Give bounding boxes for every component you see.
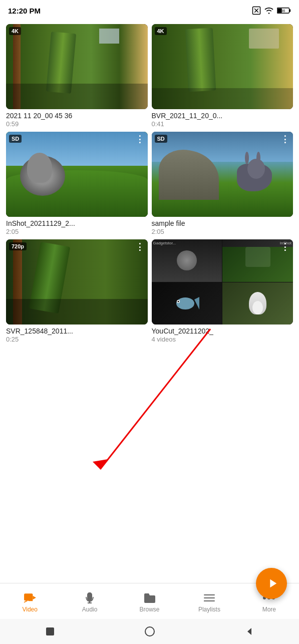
nav-playlists[interactable]: Playlists xyxy=(179,591,239,613)
svg-line-11 xyxy=(100,329,210,469)
video-grid: 4K 2021 11 20_00 45 36 0:59 4K BVR_2021_… xyxy=(0,20,299,347)
play-icon xyxy=(265,576,279,590)
video-thumb-2[interactable]: 4K xyxy=(152,24,293,109)
more-dots-5[interactable]: ⋮ xyxy=(135,242,145,251)
play-fab[interactable] xyxy=(256,568,287,599)
x-icon xyxy=(252,6,261,15)
nav-label-browse: Browse xyxy=(140,606,160,613)
svg-rect-26 xyxy=(46,627,54,635)
video-item-3[interactable]: SD ⋮ InShot_20211129_2... 2:05 xyxy=(6,132,148,235)
video-title-6: YouCut_20211202_ xyxy=(152,327,293,335)
system-bar xyxy=(0,619,299,644)
more-dots-6[interactable]: ⋮ xyxy=(280,242,290,251)
status-icons: 36 xyxy=(252,6,291,15)
video-duration-6: 4 videos xyxy=(152,336,293,343)
svg-rect-13 xyxy=(24,593,33,600)
nav-label-audio: Audio xyxy=(82,606,98,613)
bottom-nav: Video Audio Browse xyxy=(0,583,299,619)
video-thumb-3[interactable]: SD ⋮ xyxy=(6,132,148,217)
status-bar: 12:20 PM 36 xyxy=(0,0,299,20)
video-title-2: BVR_2021_11_20_0... xyxy=(152,112,293,120)
nav-browse[interactable]: Browse xyxy=(120,591,179,613)
video-item-2[interactable]: 4K BVR_2021_11_20_0... 0:41 xyxy=(152,24,293,128)
video-thumb-5[interactable]: 720p ⋮ xyxy=(6,239,148,325)
video-thumb-6[interactable]: Gadgetstor... InShot xyxy=(152,239,293,325)
browse-nav-icon xyxy=(143,591,156,604)
badge-sd-1: SD xyxy=(9,135,22,143)
badge-720p: 720p xyxy=(9,242,27,250)
nav-label-more: More xyxy=(262,606,276,613)
svg-marker-8 xyxy=(194,297,199,309)
nav-audio[interactable]: Audio xyxy=(60,591,119,613)
svg-point-10 xyxy=(177,301,179,302)
more-dots-3[interactable]: ⋮ xyxy=(135,135,145,144)
svg-marker-12 xyxy=(93,459,108,469)
nav-video[interactable]: Video xyxy=(0,591,60,613)
video-title-3: InShot_20211129_2... xyxy=(6,219,148,227)
audio-nav-icon xyxy=(83,591,96,604)
video-duration-2: 0:41 xyxy=(152,120,293,128)
playlists-nav-icon xyxy=(203,591,216,604)
badge-4k-1: 4K xyxy=(9,27,21,35)
collage-cell-1: Gadgetstor... xyxy=(152,239,222,282)
svg-marker-28 xyxy=(247,628,251,635)
video-duration-5: 0:25 xyxy=(6,336,148,343)
badge-sd-2: SD xyxy=(155,135,167,143)
battery-icon: 36 xyxy=(277,7,291,15)
nav-label-video: Video xyxy=(22,606,37,613)
video-item-5[interactable]: 720p ⋮ SVR_125848_2011... 0:25 xyxy=(6,239,148,343)
svg-point-7 xyxy=(176,297,194,309)
collage-cell-3 xyxy=(152,282,222,325)
status-time: 12:20 PM xyxy=(8,7,41,15)
svg-line-15 xyxy=(24,600,28,602)
video-duration-4: 2:05 xyxy=(152,228,293,235)
collage-cell-4 xyxy=(222,282,293,325)
video-thumb-1[interactable]: 4K xyxy=(6,24,148,109)
svg-marker-14 xyxy=(33,596,36,600)
sys-back-btn[interactable] xyxy=(242,624,256,638)
video-thumb-4[interactable]: SD ⋮ xyxy=(152,132,293,217)
nav-label-playlists: Playlists xyxy=(198,606,220,613)
video-item-6[interactable]: Gadgetstor... InShot xyxy=(152,239,293,343)
sys-stop-btn[interactable] xyxy=(43,624,57,638)
svg-text:36: 36 xyxy=(281,9,285,13)
video-title-1: 2021 11 20_00 45 36 xyxy=(6,112,148,120)
video-grid-wrapper: 4K 2021 11 20_00 45 36 0:59 4K BVR_2021_… xyxy=(0,20,299,583)
video-nav-icon xyxy=(24,591,37,604)
video-item-4[interactable]: SD ⋮ sample file 2:05 xyxy=(152,132,293,235)
wifi-icon xyxy=(264,7,274,15)
video-title-4: sample file xyxy=(152,219,293,227)
svg-point-27 xyxy=(145,627,154,636)
video-title-5: SVR_125848_2011... xyxy=(6,327,148,335)
sys-home-btn[interactable] xyxy=(143,624,157,638)
svg-rect-4 xyxy=(289,9,291,12)
video-duration-1: 0:59 xyxy=(6,120,148,128)
badge-4k-2: 4K xyxy=(155,27,167,35)
more-dots-4[interactable]: ⋮ xyxy=(280,135,290,144)
video-duration-3: 2:05 xyxy=(6,228,148,235)
video-item-1[interactable]: 4K 2021 11 20_00 45 36 0:59 xyxy=(6,24,148,128)
